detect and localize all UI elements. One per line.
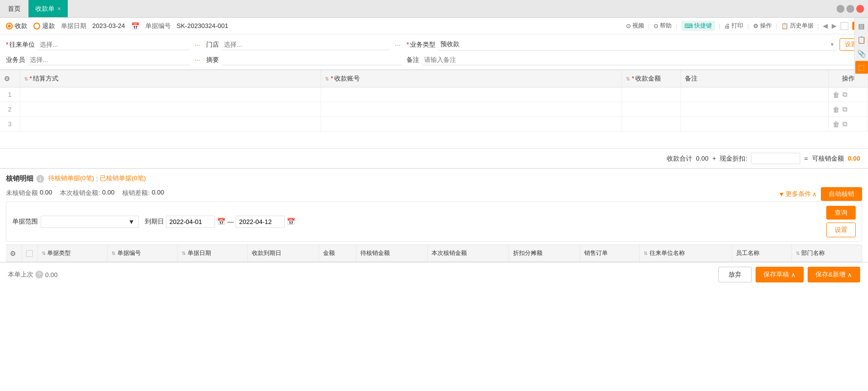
maximize-button[interactable] [846,5,854,13]
summary-row: 收款合计 0.00 + 现金折扣: = 可核销金额 0.00 [0,148,868,168]
sidebar-panel-icon[interactable]: ⬚ [855,61,868,74]
abandon-btn[interactable]: 放弃 [718,267,752,282]
radio-tuikuan[interactable]: 退款 [33,22,55,30]
video-action[interactable]: ⊙ 视频 [626,22,644,30]
print-action[interactable]: 🖨 打印 [724,22,743,30]
save-draft-btn[interactable]: 保存草稿 ∧ [756,267,804,282]
filter-actions: 查询 设置 [826,206,856,237]
form-row-2: 业务员 ··· 摘要 备注 [6,55,862,65]
cell-amount-1[interactable] [622,87,681,102]
history-action[interactable]: 📋 历史单据 [781,22,814,30]
cal-to-icon[interactable]: 📅 [287,218,295,225]
table-row: 2 🗑 ⧉ [0,102,868,117]
shop-input[interactable] [222,39,390,50]
cell-remark-2[interactable] [681,102,829,117]
save-draft-arrow-icon: ∧ [791,271,796,279]
th-gear: ⚙ [0,70,20,87]
business-type-label: *业务类型 [407,40,435,49]
partner-input[interactable] [38,39,190,50]
close-button[interactable] [856,5,864,13]
unverified-label: 未核销金额 [6,189,38,197]
shortcut-action[interactable]: ⌨ 快捷键 [681,21,715,31]
auto-writeoff-btn[interactable]: 自动核销 [821,187,862,201]
cell-remark-1[interactable] [681,87,829,102]
cell-account-2[interactable] [321,102,622,117]
cell-amount-3[interactable] [622,117,681,132]
tab-close-btn[interactable]: × [57,5,61,12]
current-amount: 本次核销金额: 0.00 [60,189,114,197]
th-doc-date: ⇅ 单据日期 [178,245,248,262]
help-icon: ⊙ [653,23,658,29]
copy-icon-1[interactable]: ⧉ [842,90,847,99]
salesperson-more-btn[interactable]: ··· [192,56,202,64]
settings-btn[interactable]: 设置 [826,223,856,237]
cell-account-3[interactable] [321,117,622,132]
sort-icon-2[interactable]: ⇅ [325,76,329,82]
cell-settlement-2[interactable] [20,102,321,117]
cell-settlement-1[interactable] [20,87,321,102]
footer-info-icon[interactable]: ? [35,271,43,279]
minimize-button[interactable] [837,5,844,13]
save-new-btn[interactable]: 保存&新增 ∧ [808,267,860,282]
sidebar-table-icon[interactable]: ▤ [855,20,868,32]
range-select[interactable]: ▼ [41,216,139,228]
date-to-input[interactable] [236,216,285,228]
payment-table-container: ⚙ ⇅ *结算方式 ⇅ *收款账号 ⇅ *收款金额 备注 操作 [0,70,868,148]
diff-value: 0.00 [152,189,164,197]
nav-prev-icon[interactable]: ◀ [823,22,828,29]
cell-account-1[interactable] [321,87,622,102]
nav-next-icon[interactable]: ▶ [832,22,837,29]
table-row: 3 🗑 ⧉ [0,117,868,132]
radio-shoukuan[interactable]: 收款 [6,22,27,30]
number-label: 单据编号 [145,22,171,30]
th-checkbox [22,245,37,262]
cal-from-icon[interactable]: 📅 [217,218,225,225]
info-icon[interactable]: i [36,175,44,183]
bottom-table-gear-icon[interactable]: ⚙ [10,250,16,257]
query-btn[interactable]: 查询 [826,206,856,220]
cell-settlement-3[interactable] [20,117,321,132]
sidebar-attach-icon[interactable]: 📎 [855,47,868,60]
delete-icon-1[interactable]: 🗑 [833,91,840,99]
sidebar-note-icon[interactable]: 📋 [855,33,868,46]
delete-icon-2[interactable]: 🗑 [833,106,840,113]
discount-input[interactable] [751,153,800,164]
cell-actions-2: 🗑 ⧉ [829,102,868,117]
date-from-input[interactable] [166,216,215,228]
cell-amount-2[interactable] [622,102,681,117]
shop-more-btn[interactable]: ··· [393,41,403,49]
sort-icon[interactable]: ⇅ [24,76,28,82]
tab-home[interactable]: 首页 [0,0,28,17]
pending-tab[interactable]: 待核销单据(0笔) [48,174,94,183]
form-row-1: *往来单位 ··· 门店 ··· *业务类型 预收款 ▼ 设置 [6,38,862,51]
done-tab[interactable]: 已核销单据(0笔) [100,174,146,183]
calendar-icon[interactable]: 📅 [131,22,139,30]
operation-action[interactable]: ⚙ 操作 [753,22,772,30]
cell-remark-3[interactable] [681,117,829,132]
tab-current[interactable]: 收款单 × [28,0,68,17]
summary-input[interactable] [222,55,403,65]
total-label: 收款合计 [667,154,692,163]
help-action[interactable]: ⊙ 帮助 [653,22,672,30]
th-doc-type: ⇅ 单据类型 [37,245,108,262]
business-type-select[interactable]: 预收款 ▼ [438,38,837,51]
salesperson-input[interactable] [28,55,190,65]
radio-shoukuan-label: 收款 [15,22,27,30]
copy-icon-2[interactable]: ⧉ [842,105,847,113]
date-label: 单据日期 [61,22,86,30]
footer-left: 本单上次 ? 0.00 [8,270,57,279]
operation-label: 操作 [760,22,772,30]
salesperson-label: 业务员 [6,56,25,64]
sort-icon-3[interactable]: ⇅ [626,76,630,82]
th-due-date: 收款到期日 [248,245,319,262]
layout-icon[interactable] [841,22,848,30]
remark-input[interactable] [422,55,862,65]
unverified-amount: 未核销金额 0.00 [6,189,52,197]
select-all-checkbox[interactable] [26,250,33,257]
table-gear-icon[interactable]: ⚙ [4,75,10,83]
more-conditions-btn[interactable]: ▼ 更多条件 ∧ [778,190,817,198]
delete-icon-3[interactable]: 🗑 [833,120,840,128]
partner-more-btn[interactable]: ··· [192,41,202,49]
diff-label: 核销差额: [122,189,150,197]
copy-icon-3[interactable]: ⧉ [842,120,847,128]
